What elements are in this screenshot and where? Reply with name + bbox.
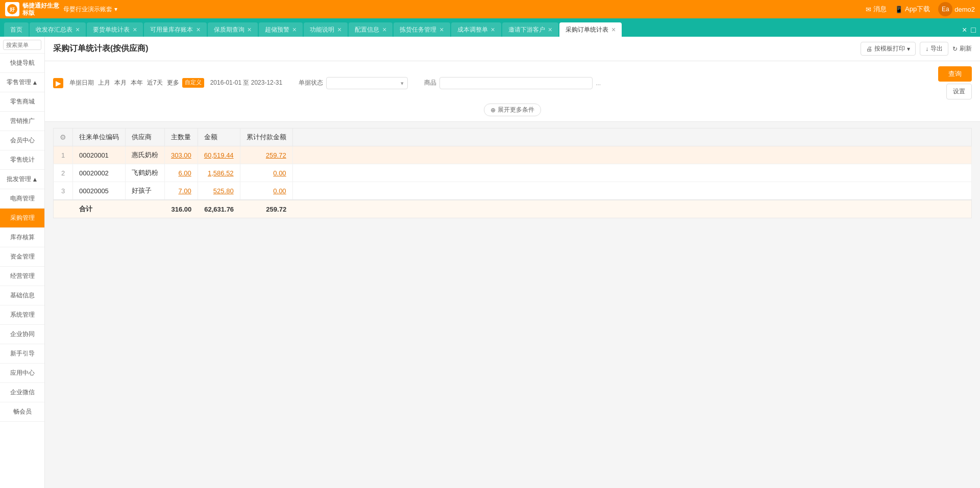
tab-receive-summary-close[interactable]: × [76, 26, 80, 33]
sidebar-item-vip-member[interactable]: 畅会员 [0, 402, 44, 422]
column-settings-icon[interactable]: ⚙ [60, 133, 66, 141]
tab-overstock[interactable]: 超储预警 × [259, 22, 303, 37]
tab-overstock-close[interactable]: × [292, 26, 297, 33]
window-maximize-icon[interactable]: □ [971, 25, 976, 35]
window-close-icon[interactable]: × [962, 25, 967, 35]
tab-purchase-summary[interactable]: 采购订单统计表 × [559, 22, 622, 37]
sidebar-item-finance[interactable]: 资金管理 [0, 247, 44, 267]
search-input[interactable] [3, 40, 41, 50]
status-select[interactable] [326, 77, 408, 89]
tab-available-stock-close[interactable]: × [196, 26, 200, 33]
row-qty[interactable]: 303.00 [165, 146, 198, 164]
table-header-row: ⚙ 往来单位编码 供应商 主数量 金额 累计付款金额 [54, 129, 972, 146]
sidebar-item-operation[interactable]: 经营管理 [0, 267, 44, 286]
goods-label: 商品 [424, 79, 436, 87]
export-button[interactable]: ↓ 导出 [920, 42, 948, 56]
tab-function-desc-close[interactable]: × [337, 26, 341, 33]
sidebar-item-member-center[interactable]: 会员中心 [0, 131, 44, 150]
tab-invite-downstream[interactable]: 邀请下游客户 × [502, 22, 558, 37]
th-settings[interactable]: ⚙ [54, 129, 73, 146]
page-title: 采购订单统计表(按供应商) [53, 43, 149, 59]
sidebar-item-new-guide[interactable]: 新手引导 [0, 344, 44, 364]
sidebar-item-ecommerce[interactable]: 电商管理 [0, 189, 44, 209]
preset-this-month[interactable]: 本月 [113, 78, 128, 88]
sidebar-item-app-center[interactable]: 应用中心 [0, 364, 44, 383]
top-bar: 好 畅捷通好生意 标版 母婴行业演示账套 ▾ ✉ 消息 📱 App下载 Ea d… [0, 0, 980, 18]
sidebar-item-search[interactable] [0, 37, 44, 54]
expand-conditions-button[interactable]: ⊕ 展开更多条件 [484, 104, 541, 116]
tab-warranty[interactable]: 保质期查询 × [208, 22, 258, 37]
tab-order-summary[interactable]: 要货单统计表 × [87, 22, 143, 37]
app-download-button[interactable]: 📱 App下载 [895, 5, 930, 14]
sidebar-item-retail[interactable]: 零售管理 ▲ [0, 73, 44, 92]
tab-warranty-close[interactable]: × [248, 26, 252, 33]
date-label: 单据日期 [69, 79, 94, 87]
refresh-button[interactable]: ↻ 刷新 [952, 44, 972, 53]
more-filter-button[interactable]: ... [596, 80, 601, 87]
sidebar-item-retail-store[interactable]: 零售商城 [0, 92, 44, 112]
tab-cost-adjust[interactable]: 成本调整单 × [451, 22, 501, 37]
sidebar-item-enterprise-collab[interactable]: 企业协同 [0, 325, 44, 344]
refresh-icon: ↻ [952, 45, 958, 53]
tab-available-stock[interactable]: 可用量库存账本 × [144, 22, 206, 37]
query-button[interactable]: 查询 [938, 66, 972, 82]
chevron-down-icon: ▲ [32, 79, 38, 86]
sidebar-item-retail-stat[interactable]: 零售统计 [0, 150, 44, 170]
expand-icon: ⊕ [491, 107, 496, 114]
row-paid[interactable]: 0.00 [240, 182, 292, 200]
workspace-selector[interactable]: 母婴行业演示账套 ▾ [63, 5, 117, 14]
preset-7days[interactable]: 近7天 [146, 78, 164, 88]
message-label: 消息 [873, 5, 887, 14]
tab-receive-summary[interactable]: 收发存汇总表 × [30, 22, 86, 37]
row-amount[interactable]: 525.80 [198, 182, 240, 200]
sidebar-item-purchase[interactable]: 采购管理 [0, 209, 44, 228]
user-profile[interactable]: Ea demo2 [938, 2, 975, 16]
tab-cost-adjust-close[interactable]: × [491, 26, 495, 33]
tab-config-info[interactable]: 配置信息 × [349, 22, 393, 37]
row-amount[interactable]: 1,586.52 [198, 164, 240, 182]
tab-order-summary-close[interactable]: × [133, 26, 137, 33]
tab-home[interactable]: 首页 [4, 22, 29, 37]
tab-purchase-summary-close[interactable]: × [611, 26, 616, 33]
row-paid[interactable]: 0.00 [240, 164, 292, 182]
tab-function-desc[interactable]: 功能说明 × [304, 22, 348, 37]
sidebar-item-system[interactable]: 系统管理 [0, 305, 44, 325]
sidebar-item-quick-nav[interactable]: 快捷导航 [0, 54, 44, 73]
tab-picking-task[interactable]: 拣货任务管理 × [394, 22, 450, 37]
date-range-value: 2016-01-01 至 2023-12-31 [210, 79, 282, 87]
row-idx: 1 [54, 146, 73, 164]
sidebar-item-marketing[interactable]: 营销推广 [0, 112, 44, 131]
tab-available-stock-label: 可用量库存账本 [150, 25, 193, 34]
tab-bar: 首页 收发存汇总表 × 要货单统计表 × 可用量库存账本 × 保质期查询 × 超… [0, 18, 980, 37]
avatar-initials: Ea [942, 6, 949, 13]
top-bar-right: ✉ 消息 📱 App下载 Ea demo2 [866, 2, 975, 16]
sidebar-item-enterprise-wechat[interactable]: 企业微信 [0, 383, 44, 402]
tab-picking-task-label: 拣货任务管理 [400, 25, 436, 34]
tab-invite-downstream-label: 邀请下游客户 [508, 25, 545, 34]
workspace-arrow: ▾ [114, 6, 117, 13]
tab-picking-task-close[interactable]: × [439, 26, 444, 33]
workspace-label: 母婴行业演示账套 [63, 5, 112, 14]
th-amount: 金额 [198, 129, 240, 146]
tab-config-info-close[interactable]: × [382, 26, 386, 33]
filter-toggle-button[interactable]: ▶ [53, 78, 63, 88]
goods-input[interactable] [439, 77, 593, 89]
print-button[interactable]: 🖨 按模板打印 ▾ [861, 42, 916, 56]
preset-last-month[interactable]: 上月 [97, 78, 111, 88]
sidebar-item-basic-info[interactable]: 基础信息 [0, 286, 44, 305]
page-header: 采购订单统计表(按供应商) 🖨 按模板打印 ▾ ↓ 导出 ↻ 刷新 [45, 37, 980, 61]
tab-function-desc-label: 功能说明 [310, 25, 334, 34]
preset-this-year[interactable]: 本年 [130, 78, 144, 88]
preset-more[interactable]: 更多 [166, 78, 180, 88]
message-button[interactable]: ✉ 消息 [866, 5, 887, 14]
tab-invite-downstream-close[interactable]: × [548, 26, 552, 33]
sidebar-item-inventory[interactable]: 库存核算 [0, 228, 44, 247]
row-qty[interactable]: 7.00 [165, 182, 198, 200]
tab-cost-adjust-label: 成本调整单 [457, 25, 488, 34]
row-qty[interactable]: 6.00 [165, 164, 198, 182]
setting-button[interactable]: 设置 [946, 84, 972, 99]
top-bar-left: 好 畅捷通好生意 标版 母婴行业演示账套 ▾ [5, 2, 117, 17]
sidebar-item-wholesale[interactable]: 批发管理 ▲ [0, 170, 44, 189]
row-paid[interactable]: 259.72 [240, 146, 292, 164]
row-amount[interactable]: 60,519.44 [198, 146, 240, 164]
